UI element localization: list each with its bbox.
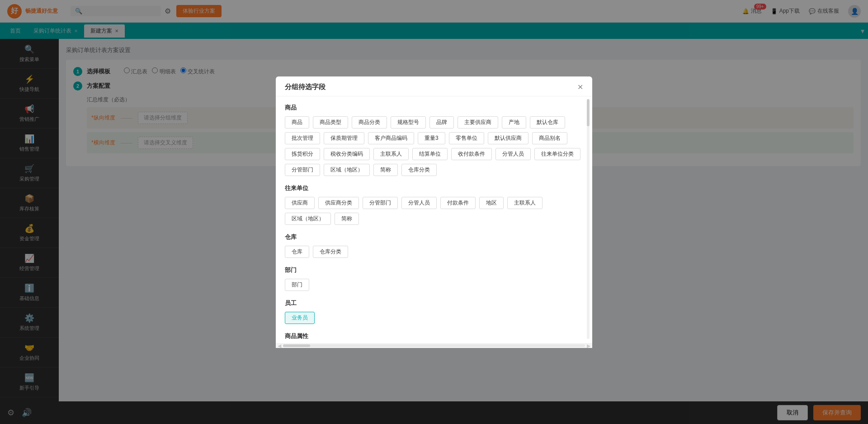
field-tag[interactable]: 付款条件 — [440, 197, 476, 209]
field-tag[interactable]: 仓库 — [285, 246, 309, 258]
section-product: 商品 商品 商品类型 商品分类 规格型号 品牌 主要供应商 产地 默认仓库 批次… — [285, 104, 583, 176]
section-department-title: 部门 — [285, 266, 583, 274]
field-tag[interactable]: 供应商分类 — [318, 197, 359, 209]
section-department: 部门 部门 — [285, 266, 583, 291]
hscroll-thumb[interactable] — [283, 344, 310, 347]
field-tag[interactable]: 往来单位分类 — [534, 148, 580, 160]
field-tag[interactable]: 主联系人 — [373, 148, 409, 160]
hscroll-track[interactable] — [283, 344, 585, 347]
modal-close-button[interactable]: ✕ — [577, 83, 583, 91]
field-tag[interactable]: 简称 — [373, 164, 398, 176]
section-warehouse: 仓库 仓库 仓库分类 — [285, 233, 583, 258]
partner-field-tags: 供应商 供应商分类 分管部门 分管人员 付款条件 地区 主联系人 区域（地区） … — [285, 197, 583, 225]
field-tag[interactable]: 部门 — [285, 279, 309, 291]
field-tag[interactable]: 批次管理 — [285, 132, 320, 144]
modal-overlay: 分组待选字段 ✕ 商品 商品 商品类型 商品分类 规格型号 品牌 主要供应商 产… — [0, 0, 868, 424]
field-tag[interactable]: 供应商 — [285, 197, 315, 209]
field-tag[interactable]: 地区 — [479, 197, 504, 209]
section-employee-title: 员工 — [285, 299, 583, 307]
vscroll-thumb[interactable] — [587, 99, 590, 126]
modal-body[interactable]: 商品 商品 商品类型 商品分类 规格型号 品牌 主要供应商 产地 默认仓库 批次… — [276, 96, 592, 343]
field-tag[interactable]: 收付款条件 — [451, 148, 492, 160]
field-select-modal: 分组待选字段 ✕ 商品 商品 商品类型 商品分类 规格型号 品牌 主要供应商 产… — [276, 76, 592, 348]
modal-horizontal-scrollbar[interactable]: ◀ ▶ — [276, 343, 592, 348]
field-tag[interactable]: 保质期管理 — [324, 132, 364, 144]
field-tag[interactable]: 商品类型 — [313, 116, 348, 129]
field-tag[interactable]: 主联系人 — [507, 197, 542, 209]
field-tag[interactable]: 主要供应商 — [458, 116, 498, 129]
warehouse-field-tags: 仓库 仓库分类 — [285, 246, 583, 258]
field-tag[interactable]: 商品别名 — [532, 132, 567, 144]
section-product-attr: 商品属性 属性 颜色 多规格 尺码 鞋码 1 — [285, 332, 583, 343]
field-tag[interactable]: 税收分类编码 — [324, 148, 370, 160]
field-tag[interactable]: 规格型号 — [391, 116, 426, 129]
product-field-tags: 商品 商品类型 商品分类 规格型号 品牌 主要供应商 产地 默认仓库 批次管理 … — [285, 116, 583, 176]
field-tag[interactable]: 商品 — [285, 116, 309, 129]
field-tag[interactable]: 产地 — [502, 116, 526, 129]
section-partner-title: 往来单位 — [285, 184, 583, 192]
scroll-left-arrow[interactable]: ◀ — [278, 343, 283, 349]
field-tag[interactable]: 拣货积分 — [285, 148, 320, 160]
field-tag-salesperson[interactable]: 业务员 — [285, 312, 315, 324]
field-tag[interactable]: 品牌 — [429, 116, 454, 129]
field-tag[interactable]: 分管部门 — [363, 197, 398, 209]
field-tag[interactable]: 商品分类 — [352, 116, 387, 129]
field-tag[interactable]: 默认仓库 — [530, 116, 565, 129]
section-partner: 往来单位 供应商 供应商分类 分管部门 分管人员 付款条件 地区 主联系人 区域… — [285, 184, 583, 225]
section-product-attr-title: 商品属性 — [285, 332, 583, 340]
field-tag[interactable]: 区域（地区） — [324, 164, 370, 176]
modal-title: 分组待选字段 — [285, 83, 326, 91]
field-tag[interactable]: 零售单位 — [449, 132, 484, 144]
field-tag[interactable]: 重量3 — [418, 132, 445, 144]
field-tag[interactable]: 简称 — [335, 213, 359, 225]
field-tag[interactable]: 分管部门 — [285, 164, 320, 176]
field-tag[interactable]: 客户商品编码 — [368, 132, 414, 144]
modal-vertical-scrollbar[interactable] — [587, 99, 590, 339]
field-tag[interactable]: 仓库分类 — [401, 164, 437, 176]
field-tag[interactable]: 区域（地区） — [285, 213, 331, 225]
section-warehouse-title: 仓库 — [285, 233, 583, 241]
section-employee: 员工 业务员 — [285, 299, 583, 324]
field-tag[interactable]: 默认供应商 — [488, 132, 528, 144]
field-tag[interactable]: 分管人员 — [495, 148, 531, 160]
section-product-title: 商品 — [285, 104, 583, 112]
field-tag[interactable]: 仓库分类 — [313, 246, 348, 258]
department-field-tags: 部门 — [285, 279, 583, 291]
modal-header: 分组待选字段 ✕ — [276, 76, 592, 96]
field-tag[interactable]: 结算单位 — [412, 148, 448, 160]
employee-field-tags: 业务员 — [285, 312, 583, 324]
field-tag[interactable]: 分管人员 — [401, 197, 437, 209]
scroll-right-arrow[interactable]: ▶ — [585, 343, 590, 349]
